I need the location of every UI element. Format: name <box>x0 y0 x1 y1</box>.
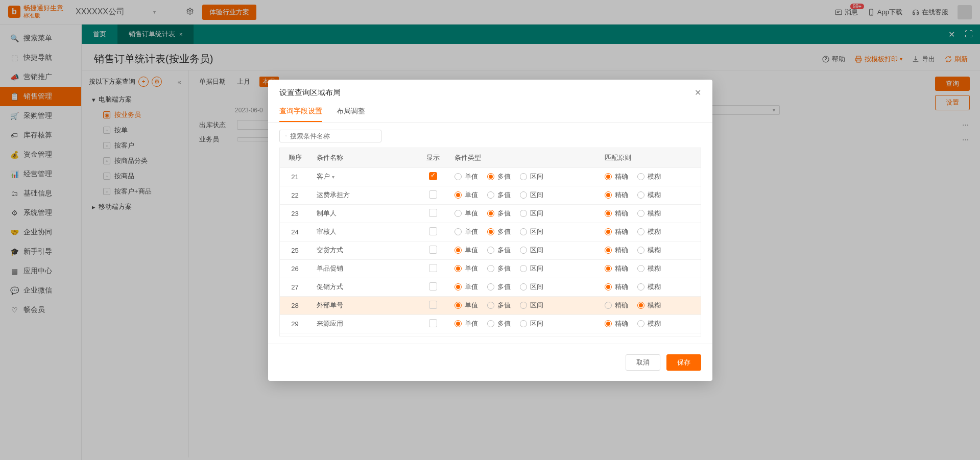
table-row[interactable]: 24审核人单值多值区间精确模糊 <box>280 223 701 241</box>
radio-match[interactable]: 精确 <box>605 209 628 218</box>
radio-icon <box>520 228 527 235</box>
radio-type[interactable]: 区间 <box>520 264 543 273</box>
radio-icon <box>637 265 644 272</box>
radio-type[interactable]: 区间 <box>520 190 543 200</box>
cell-name: 来源应用 <box>310 314 418 333</box>
cell-order: 24 <box>280 223 310 241</box>
radio-type[interactable]: 单值 <box>455 264 478 273</box>
radio-match[interactable]: 模糊 <box>637 246 661 255</box>
radio-type[interactable]: 多值 <box>487 172 511 181</box>
radio-type[interactable]: 区间 <box>520 319 543 328</box>
show-checkbox[interactable] <box>429 209 437 217</box>
radio-icon <box>637 247 644 254</box>
radio-match[interactable]: 模糊 <box>637 209 661 218</box>
table-row[interactable]: 25交货方式单值多值区间精确模糊 <box>280 241 701 259</box>
table-row[interactable]: 27促销方式单值多值区间精确模糊 <box>280 278 701 296</box>
dialog-tab-fields[interactable]: 查询字段设置 <box>279 107 322 122</box>
show-checkbox[interactable] <box>429 246 437 254</box>
table-row[interactable]: 26单品促销单值多值区间精确模糊 <box>280 259 701 278</box>
radio-type[interactable]: 区间 <box>520 227 543 236</box>
radio-type[interactable]: 区间 <box>520 301 543 310</box>
dialog-header: 设置查询区域布局 ✕ <box>268 80 712 100</box>
dialog-search-input[interactable] <box>290 132 376 140</box>
dialog-close-icon[interactable]: ✕ <box>695 88 701 98</box>
cell-show <box>418 186 448 204</box>
radio-icon <box>520 265 527 272</box>
radio-icon <box>487 173 494 180</box>
cell-order: 26 <box>280 259 310 278</box>
show-checkbox[interactable] <box>429 282 437 290</box>
radio-type[interactable]: 单值 <box>455 227 478 236</box>
dialog-tab-layout[interactable]: 布局调整 <box>337 107 365 122</box>
radio-type[interactable]: 多值 <box>487 190 511 200</box>
radio-match[interactable]: 精确 <box>605 282 628 292</box>
radio-type[interactable]: 单值 <box>455 319 478 328</box>
radio-match[interactable]: 精确 <box>605 227 628 236</box>
radio-type[interactable]: 区间 <box>520 209 543 218</box>
cell-type: 单值多值区间 <box>448 333 599 336</box>
radio-icon <box>605 228 612 235</box>
radio-match[interactable]: 精确 <box>605 319 628 328</box>
cell-type: 单值多值区间 <box>448 204 599 223</box>
radio-type[interactable]: 多值 <box>487 264 511 273</box>
svg-point-11 <box>285 135 286 136</box>
radio-icon <box>520 283 527 290</box>
radio-type[interactable]: 单值 <box>455 172 478 181</box>
radio-match[interactable]: 模糊 <box>637 172 661 181</box>
radio-match[interactable]: 精确 <box>605 246 628 255</box>
radio-type[interactable]: 单值 <box>455 246 478 255</box>
radio-match[interactable]: 模糊 <box>637 301 661 310</box>
radio-type[interactable]: 多值 <box>487 227 511 236</box>
radio-match[interactable]: 模糊 <box>637 190 661 200</box>
radio-type[interactable]: 单值 <box>455 209 478 218</box>
radio-type[interactable]: 多值 <box>487 282 511 292</box>
radio-type[interactable]: 区间 <box>520 172 543 181</box>
chevron-down-icon[interactable]: ▾ <box>332 174 334 180</box>
cell-show <box>418 223 448 241</box>
show-checkbox[interactable] <box>429 172 437 180</box>
table-row[interactable]: 22运费承担方单值多值区间精确模糊 <box>280 186 701 204</box>
table-row[interactable]: 21客户▾单值多值区间精确模糊 <box>280 167 701 186</box>
radio-match[interactable]: 精确 <box>605 190 628 200</box>
cell-show <box>418 204 448 223</box>
radio-match[interactable]: 模糊 <box>637 319 661 328</box>
radio-type[interactable]: 单值 <box>455 301 478 310</box>
radio-icon <box>487 210 494 217</box>
radio-match[interactable]: 模糊 <box>637 264 661 273</box>
show-checkbox[interactable] <box>429 264 437 272</box>
show-checkbox[interactable] <box>429 190 437 199</box>
cell-name: 运费承担方 <box>310 186 418 204</box>
radio-match[interactable]: 模糊 <box>637 282 661 292</box>
cell-match: 精确模糊 <box>599 333 700 336</box>
radio-type[interactable]: 多值 <box>487 246 511 255</box>
show-checkbox[interactable] <box>429 301 437 309</box>
table-row[interactable]: 28外部单号单值多值区间精确模糊 <box>280 296 701 314</box>
col-match: 匹配原则 <box>599 148 700 168</box>
table-row[interactable]: 29来源应用单值多值区间精确模糊 <box>280 314 701 333</box>
dialog-table-wrap[interactable]: 顺序 条件名称 显示 条件类型 匹配原则 21客户▾单值多值区间精确模糊22运费… <box>279 148 701 336</box>
radio-match[interactable]: 精确 <box>605 172 628 181</box>
radio-type[interactable]: 单值 <box>455 190 478 200</box>
radio-match[interactable]: 精确 <box>605 264 628 273</box>
dialog-tabs: 查询字段设置 布局调整 <box>268 100 712 123</box>
dialog-search[interactable] <box>279 130 381 142</box>
radio-type[interactable]: 多值 <box>487 319 511 328</box>
radio-type[interactable]: 多值 <box>487 209 511 218</box>
radio-type[interactable]: 单值 <box>455 282 478 292</box>
cell-type: 单值多值区间 <box>448 167 599 186</box>
radio-icon <box>637 320 644 327</box>
radio-type[interactable]: 区间 <box>520 282 543 292</box>
show-checkbox[interactable] <box>429 227 437 235</box>
radio-type[interactable]: 多值 <box>487 301 511 310</box>
save-button[interactable]: 保存 <box>666 354 701 371</box>
cancel-button[interactable]: 取消 <box>626 354 660 371</box>
cell-type: 单值多值区间 <box>448 186 599 204</box>
radio-match[interactable]: 模糊 <box>637 227 661 236</box>
radio-match[interactable]: 精确 <box>605 301 628 310</box>
table-row[interactable]: 23制单人单值多值区间精确模糊 <box>280 204 701 223</box>
table-row[interactable]: 30是否行中止单值多值区间精确模糊 <box>280 333 701 336</box>
show-checkbox[interactable] <box>429 319 437 327</box>
radio-icon <box>605 283 612 290</box>
cell-type: 单值多值区间 <box>448 314 599 333</box>
radio-type[interactable]: 区间 <box>520 246 543 255</box>
